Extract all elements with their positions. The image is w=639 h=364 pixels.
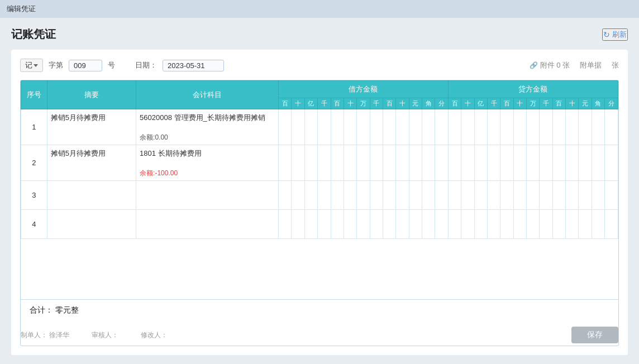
row4-d2[interactable] <box>292 210 304 239</box>
row3-c1[interactable] <box>448 181 461 210</box>
row3-c8[interactable] <box>540 181 552 210</box>
row3-c9[interactable] <box>552 181 565 210</box>
row3-c12[interactable] <box>592 181 604 210</box>
row1-c8[interactable] <box>540 109 552 145</box>
row4-c3[interactable] <box>474 210 487 239</box>
row4-d10[interactable] <box>396 210 409 239</box>
row4-c5[interactable] <box>500 210 513 239</box>
row3-d4[interactable] <box>318 181 331 210</box>
row4-c2[interactable] <box>461 210 474 239</box>
row2-d9[interactable] <box>383 145 395 181</box>
row3-d8[interactable] <box>370 181 383 210</box>
row4-d12[interactable] <box>422 210 435 239</box>
row3-c4[interactable] <box>487 181 500 210</box>
row4-c8[interactable] <box>540 210 552 239</box>
table-row[interactable]: 2 摊销5月待摊费用 1801 长期待摊费用 余额:-100.00 <box>21 145 618 181</box>
save-button[interactable]: 保存 <box>571 327 618 343</box>
row3-d5[interactable] <box>331 181 344 210</box>
row2-c9[interactable] <box>552 145 565 181</box>
row2-d6[interactable] <box>344 145 356 181</box>
row4-c9[interactable] <box>552 210 565 239</box>
row4-c10[interactable] <box>566 210 579 239</box>
row2-d13[interactable] <box>435 145 448 181</box>
row4-account[interactable] <box>136 210 279 239</box>
row2-c12[interactable] <box>592 145 604 181</box>
row1-d13[interactable] <box>435 109 448 145</box>
row4-summary[interactable] <box>47 210 136 239</box>
row1-account[interactable]: 56020008 管理费用_长期待摊费用摊销 余额:0.00 <box>136 109 279 145</box>
row1-c6[interactable] <box>513 109 526 145</box>
date-input[interactable] <box>163 60 224 71</box>
attachment-link[interactable]: 🔗 附件 0 张 <box>530 60 570 70</box>
row3-d6[interactable] <box>344 181 356 210</box>
row1-d2[interactable] <box>292 109 304 145</box>
table-row[interactable]: 4 <box>21 210 618 239</box>
row1-d7[interactable] <box>357 109 370 145</box>
table-wrapper[interactable]: 序号 摘要 会计科目 借方金额 贷方金额 百 十 亿 千 <box>21 80 618 299</box>
row2-c3[interactable] <box>474 145 487 181</box>
voucher-number-input[interactable] <box>69 60 102 71</box>
row2-c1[interactable] <box>448 145 461 181</box>
row3-summary[interactable] <box>47 181 136 210</box>
row1-c12[interactable] <box>592 109 604 145</box>
row3-c11[interactable] <box>579 181 592 210</box>
table-row[interactable]: 1 摊销5月待摊费用 56020008 管理费用_长期待摊费用摊销 余额:0.0… <box>21 109 618 145</box>
row1-d1[interactable] <box>279 109 292 145</box>
row3-d13[interactable] <box>435 181 448 210</box>
row2-summary[interactable]: 摊销5月待摊费用 <box>47 145 136 181</box>
row2-c2[interactable] <box>461 145 474 181</box>
row3-d12[interactable] <box>422 181 435 210</box>
row4-d11[interactable] <box>409 210 422 239</box>
row3-c10[interactable] <box>566 181 579 210</box>
row2-d11[interactable] <box>409 145 422 181</box>
row1-c9[interactable] <box>552 109 565 145</box>
row2-d8[interactable] <box>370 145 383 181</box>
row2-c7[interactable] <box>526 145 539 181</box>
row4-d1[interactable] <box>279 210 292 239</box>
row4-d7[interactable] <box>357 210 370 239</box>
row3-d2[interactable] <box>292 181 304 210</box>
row1-d6[interactable] <box>344 109 356 145</box>
row3-d3[interactable] <box>304 181 317 210</box>
row4-d13[interactable] <box>435 210 448 239</box>
row3-d7[interactable] <box>357 181 370 210</box>
row2-c11[interactable] <box>579 145 592 181</box>
row1-c4[interactable] <box>487 109 500 145</box>
row4-d9[interactable] <box>383 210 395 239</box>
row3-d11[interactable] <box>409 181 422 210</box>
row1-d12[interactable] <box>422 109 435 145</box>
row2-account[interactable]: 1801 长期待摊费用 余额:-100.00 <box>136 145 279 181</box>
row1-c13[interactable] <box>605 109 618 145</box>
row1-c1[interactable] <box>448 109 461 145</box>
row1-c7[interactable] <box>526 109 539 145</box>
row3-c7[interactable] <box>526 181 539 210</box>
row2-d4[interactable] <box>318 145 331 181</box>
row2-d1[interactable] <box>279 145 292 181</box>
row1-d4[interactable] <box>318 109 331 145</box>
row2-d5[interactable] <box>331 145 344 181</box>
row1-c3[interactable] <box>474 109 487 145</box>
row1-d5[interactable] <box>331 109 344 145</box>
row1-c10[interactable] <box>566 109 579 145</box>
row3-c2[interactable] <box>461 181 474 210</box>
row4-c1[interactable] <box>448 210 461 239</box>
row1-d10[interactable] <box>396 109 409 145</box>
row1-c11[interactable] <box>579 109 592 145</box>
row4-d3[interactable] <box>304 210 317 239</box>
row3-c3[interactable] <box>474 181 487 210</box>
row4-c7[interactable] <box>526 210 539 239</box>
row1-c5[interactable] <box>500 109 513 145</box>
refresh-button[interactable]: ↻ 刷新 <box>602 28 628 41</box>
row2-d7[interactable] <box>357 145 370 181</box>
row2-d10[interactable] <box>396 145 409 181</box>
row4-d6[interactable] <box>344 210 356 239</box>
row4-c12[interactable] <box>592 210 604 239</box>
attachment-sheet-link[interactable]: 附单据 <box>580 60 602 70</box>
row2-c8[interactable] <box>540 145 552 181</box>
row4-c6[interactable] <box>513 210 526 239</box>
row4-c4[interactable] <box>487 210 500 239</box>
row4-c11[interactable] <box>579 210 592 239</box>
row1-d3[interactable] <box>304 109 317 145</box>
row1-c2[interactable] <box>461 109 474 145</box>
row2-d3[interactable] <box>304 145 317 181</box>
